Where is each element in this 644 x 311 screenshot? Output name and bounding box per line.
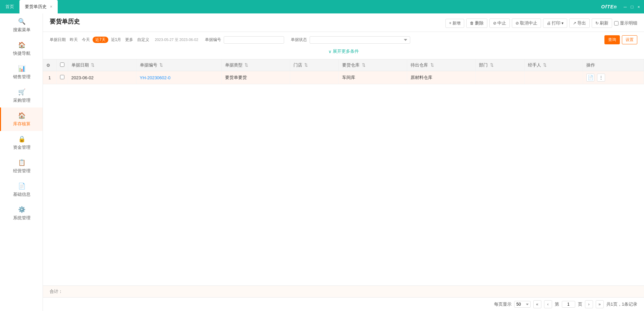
col-dept[interactable]: 部门 ⇅: [476, 59, 525, 71]
sidebar-item-finance-label: 资金管理: [13, 144, 31, 150]
sort-pending-icon: ⇅: [430, 62, 434, 68]
col-checkbox: [56, 59, 68, 71]
display-detail-input[interactable]: [614, 21, 619, 26]
close-btn[interactable]: ×: [637, 4, 640, 9]
expand-more-btn[interactable]: ∨ 展开更多条件: [328, 47, 359, 56]
row-more-btn[interactable]: ⋮: [597, 74, 605, 82]
content-area: 要货单历史 + 新增 🗑 删除 ⊘ 中止 ⊘ 取消中止 🖨 打印 ▾ ↗ 导出 …: [43, 13, 644, 311]
col-billno[interactable]: 单据编号 ⇅: [136, 59, 221, 71]
col-handler[interactable]: 经手人 ⇅: [524, 59, 583, 71]
sidebar-item-basicinfo-label: 基础信息: [13, 191, 31, 197]
refresh-btn[interactable]: ↻ 刷新: [592, 18, 612, 28]
sort-billtype-icon: ⇅: [245, 62, 248, 68]
page-label: 第: [555, 301, 559, 307]
sidebar-item-sales[interactable]: 📊 销售管理: [0, 60, 43, 84]
row-checkbox[interactable]: [60, 75, 64, 79]
sidebar: 🔍 搜索菜单 🏠 快捷导航 📊 销售管理 🛒 采购管理 🏠 库存核算 🔒 资金管…: [0, 13, 43, 311]
tab-requisition-history[interactable]: 要货单历史 ×: [19, 0, 58, 13]
data-table: ⚙ 单据日期 ⇅ 单据编号 ⇅ 单据类型 ⇅ 门店 ⇅ 要货仓库 ⇅ 待出仓库 …: [43, 59, 644, 84]
sidebar-item-search[interactable]: 🔍 搜索菜单: [0, 13, 43, 37]
top-bar: 首页 要货单历史 × OfTEn ─ □ ×: [0, 0, 644, 13]
billno-input[interactable]: [224, 36, 284, 44]
col-store[interactable]: 门店 ⇅: [290, 59, 339, 71]
sort-req-icon: ⇅: [362, 62, 366, 68]
billno-filter-group: 单据编号: [205, 36, 284, 44]
sidebar-item-inventory-label: 库存核算: [13, 121, 31, 127]
cancel-stop-btn[interactable]: ⊘ 取消中止: [512, 18, 541, 28]
page-input[interactable]: [562, 301, 575, 308]
tab-home[interactable]: 首页: [0, 0, 19, 13]
billno-label: 单据编号: [205, 37, 221, 43]
query-btn[interactable]: 查询: [604, 35, 620, 44]
stop-btn[interactable]: ⊘ 中止: [489, 18, 510, 28]
maximize-btn[interactable]: □: [631, 4, 634, 9]
footer-label: 合计：: [50, 288, 63, 295]
minimize-btn[interactable]: ─: [624, 4, 627, 9]
yesterday-shortcut[interactable]: 昨天: [68, 37, 79, 43]
table-container[interactable]: ⚙ 单据日期 ⇅ 单据编号 ⇅ 单据类型 ⇅ 门店 ⇅ 要货仓库 ⇅ 待出仓库 …: [43, 59, 644, 285]
sidebar-item-inventory[interactable]: 🏠 库存核算: [0, 107, 43, 131]
tab-close-icon[interactable]: ×: [50, 4, 52, 9]
total-info: 共1页，1条记录: [606, 301, 637, 307]
page-size-select[interactable]: 50 20 100 200: [514, 301, 531, 308]
sidebar-item-basicinfo[interactable]: 📄 基础信息: [0, 178, 43, 202]
sidebar-item-quicknav[interactable]: 🏠 快捷导航: [0, 37, 43, 60]
sidebar-item-finance[interactable]: 🔒 资金管理: [0, 131, 43, 154]
display-detail-checkbox[interactable]: 显示明细: [614, 20, 637, 26]
last-page-btn[interactable]: »: [596, 300, 604, 308]
col-pendingwarehouse[interactable]: 待出仓库 ⇅: [407, 59, 476, 71]
first-page-btn[interactable]: «: [533, 300, 541, 308]
new-btn[interactable]: + 新增: [445, 19, 464, 28]
quick-nav-icon: 🏠: [18, 41, 26, 49]
row-store: [290, 71, 339, 84]
row-date: 2023-06-02: [68, 71, 136, 84]
row-billno-link[interactable]: YH-20230602-0: [140, 75, 171, 80]
brand-label: OfTEn: [601, 4, 617, 9]
col-date[interactable]: 单据日期 ⇅: [68, 59, 136, 71]
row-checkbox-cell: [56, 71, 68, 84]
select-all-checkbox[interactable]: [60, 62, 64, 67]
date-shortcuts: 昨天 今天 近7天 近1月 更多 自定义: [68, 37, 151, 43]
last7days-shortcut[interactable]: 近7天: [93, 37, 108, 43]
sidebar-item-system[interactable]: ⚙️ 系统管理: [0, 202, 43, 225]
window-controls: OfTEn ─ □ ×: [601, 4, 644, 9]
sidebar-item-quicknav-label: 快捷导航: [13, 50, 31, 56]
row-handler: [524, 71, 583, 84]
date-filter-label: 单据日期: [50, 37, 66, 43]
col-billtype[interactable]: 单据类型 ⇅: [221, 59, 290, 71]
export-btn[interactable]: ↗ 导出: [569, 18, 590, 28]
col-settings[interactable]: ⚙: [43, 59, 56, 71]
ops-icon: 📋: [18, 159, 26, 167]
sort-billno-icon: ⇅: [159, 62, 163, 68]
row-actions-cell: 📄 ⋮: [583, 71, 644, 84]
col-reqwarehouse[interactable]: 要货仓库 ⇅: [339, 59, 407, 71]
more-shortcut[interactable]: 更多: [124, 37, 135, 43]
status-label: 单据状态: [291, 37, 307, 43]
row-dept: [476, 71, 525, 84]
sort-date-icon: ⇅: [91, 62, 95, 68]
settings-btn[interactable]: 设置: [622, 35, 637, 44]
page-header: 要货单历史 + 新增 🗑 删除 ⊘ 中止 ⊘ 取消中止 🖨 打印 ▾ ↗ 导出 …: [43, 13, 644, 32]
row-pendingwarehouse: 原材料仓库: [407, 71, 476, 84]
sort-handler-icon: ⇅: [543, 62, 547, 68]
sidebar-item-system-label: 系统管理: [13, 215, 31, 221]
custom-shortcut[interactable]: 自定义: [136, 37, 151, 43]
row-edit-btn[interactable]: 📄: [586, 74, 594, 82]
prev-page-btn[interactable]: ‹: [544, 300, 552, 308]
today-shortcut[interactable]: 今天: [80, 37, 91, 43]
sidebar-item-purchase[interactable]: 🛒 采购管理: [0, 84, 43, 107]
tab-list: 首页 要货单历史 ×: [0, 0, 601, 13]
page-title: 要货单历史: [50, 17, 80, 26]
purchase-icon: 🛒: [18, 88, 26, 96]
col-actions: 操作: [583, 59, 644, 71]
sidebar-item-ops[interactable]: 📋 经营管理: [0, 154, 43, 178]
next-page-btn[interactable]: ›: [585, 300, 593, 308]
page-size-label: 每页显示: [494, 301, 512, 307]
print-btn[interactable]: 🖨 打印 ▾: [543, 18, 567, 28]
delete-btn[interactable]: 🗑 删除: [466, 18, 487, 28]
system-icon: ⚙️: [18, 206, 26, 214]
sidebar-item-purchase-label: 采购管理: [13, 97, 31, 103]
expand-down-icon: ∨: [328, 49, 332, 54]
last1month-shortcut[interactable]: 近1月: [110, 37, 123, 43]
status-select[interactable]: [310, 36, 410, 44]
